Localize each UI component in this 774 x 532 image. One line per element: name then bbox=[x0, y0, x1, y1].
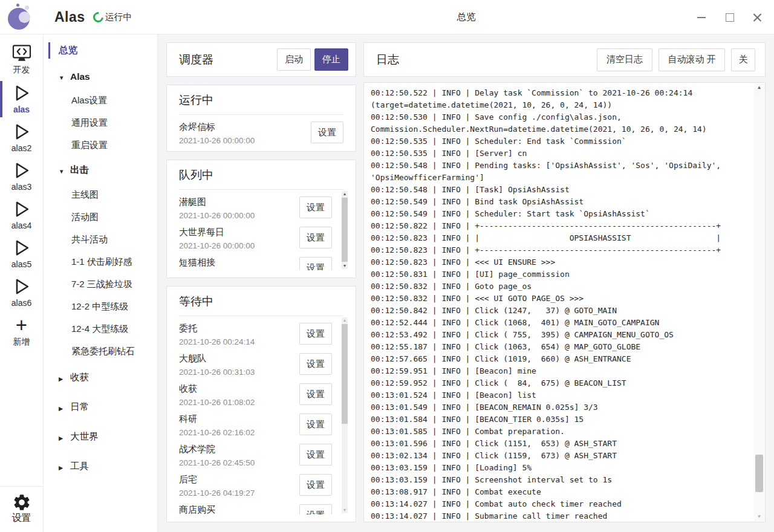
menu-group-header-reward[interactable]: 收获 bbox=[44, 363, 157, 392]
close-button[interactable] bbox=[753, 13, 762, 22]
nav-label: alas bbox=[13, 105, 30, 114]
log-scrollbar[interactable]: ▲ ▼ bbox=[754, 83, 764, 521]
log-line: 00:12:50.548 | INFO | Pending tasks: ['O… bbox=[371, 160, 747, 184]
task-setting-button[interactable]: 设置 bbox=[311, 122, 343, 143]
task-setting-button[interactable]: 设置 bbox=[299, 444, 332, 465]
dev-monitor-icon bbox=[12, 44, 31, 63]
waiting-scrollbar[interactable]: ▲ ▼ bbox=[342, 317, 348, 513]
pending-title: 队列中 bbox=[179, 167, 343, 190]
menu-group-header-sortie[interactable]: 出击 bbox=[44, 157, 157, 184]
task-setting-button[interactable]: 设置 bbox=[299, 504, 332, 514]
log-panel[interactable]: 00:12:50.522 | INFO | Delay task `Commis… bbox=[363, 82, 766, 522]
task-time: 2021-10-26 00:31:03 bbox=[179, 367, 299, 377]
menu-item-12-4[interactable]: 12-4 大型练级 bbox=[44, 318, 157, 340]
status-label: 运行中 bbox=[105, 11, 132, 23]
task-setting-button[interactable]: 设置 bbox=[299, 474, 332, 496]
task-name: 短猫相接 bbox=[179, 256, 299, 268]
scroll-down-icon[interactable]: ▼ bbox=[342, 507, 348, 513]
menu-item-coalition[interactable]: 共斗活动 bbox=[44, 229, 157, 251]
task-setting-button[interactable]: 设置 bbox=[299, 227, 332, 248]
log-line: 00:12:50.535 | INFO | Scheduler: End tas… bbox=[371, 135, 747, 148]
menu-item-overview[interactable]: 总览 bbox=[44, 41, 157, 60]
task-name: 后宅 bbox=[179, 473, 299, 485]
nav-item-alas4[interactable]: alas4 bbox=[0, 196, 44, 235]
clear-log-button[interactable]: 清空日志 bbox=[597, 48, 652, 71]
log-line: 00:12:50.823 | INFO | +-----------------… bbox=[371, 244, 747, 256]
waiting-task-list: 委托 2021-10-26 00:24:14 设置 大舰队 2021-10-26… bbox=[179, 316, 348, 514]
scroll-up-icon[interactable]: ▲ bbox=[342, 191, 348, 197]
task-setting-button[interactable]: 设置 bbox=[299, 383, 332, 405]
task-setting-button[interactable]: 设置 bbox=[299, 257, 332, 270]
log-line: 00:12:55.187 | INFO | Click (1063, 654) … bbox=[371, 341, 747, 353]
nav-label: 开发 bbox=[13, 65, 30, 76]
log-line: 00:13:14.027 | INFO | Combat auto check … bbox=[371, 498, 747, 510]
log-line: 00:12:50.548 | INFO | [Task] OpsiAshAssi… bbox=[371, 184, 747, 196]
menu-item-7-2[interactable]: 7-2 三战捡垃圾 bbox=[44, 273, 157, 296]
waiting-title: 等待中 bbox=[179, 294, 343, 316]
scroll-down-icon[interactable]: ▼ bbox=[342, 263, 348, 269]
running-task-list: 余烬信标 2021-10-26 00:00:00 设置 bbox=[179, 115, 343, 144]
scheduler-start-button[interactable]: 启动 bbox=[277, 48, 311, 71]
maximize-button[interactable] bbox=[725, 13, 734, 22]
nav-item-alas[interactable]: alas bbox=[0, 80, 44, 118]
chevron-down-icon bbox=[59, 71, 65, 82]
minimize-button[interactable] bbox=[697, 13, 706, 22]
autoscroll-off-button[interactable]: 关 bbox=[731, 48, 755, 71]
menu-group-header-daily[interactable]: 日常 bbox=[44, 392, 157, 422]
scroll-up-icon[interactable]: ▲ bbox=[342, 317, 348, 323]
task-time: 2021-10-26 02:16:02 bbox=[179, 427, 299, 438]
menu-group-sortie: 出击 主线图 活动图 共斗活动 1-1 伏击刷好感 7-2 三战捡垃圾 12-2… bbox=[44, 157, 157, 363]
menu-item-main-map[interactable]: 主线图 bbox=[44, 184, 157, 206]
log-header-panel: 日志 清空日志 自动滚动 开 关 bbox=[363, 42, 766, 77]
menu-item-1-1[interactable]: 1-1 伏击刷好感 bbox=[44, 251, 157, 273]
gear-icon bbox=[12, 493, 31, 512]
task-setting-button[interactable]: 设置 bbox=[299, 414, 332, 435]
task-time: 2021-10-26 00:00:00 bbox=[179, 135, 311, 144]
scroll-up-icon[interactable]: ▲ bbox=[754, 83, 764, 92]
scrollbar-thumb[interactable] bbox=[342, 198, 348, 262]
menu-item-general-settings[interactable]: 通用设置 bbox=[44, 112, 157, 134]
autoscroll-on-button[interactable]: 自动滚动 开 bbox=[659, 48, 725, 71]
nav-label: alas6 bbox=[11, 298, 31, 308]
running-panel: 运行中 余烬信标 2021-10-26 00:00:00 设置 bbox=[166, 85, 356, 152]
menu-item-urgent-commission[interactable]: 紧急委托刷钻石 bbox=[44, 340, 157, 363]
nav-item-alas6[interactable]: alas6 bbox=[0, 273, 44, 312]
log-line: 00:13:01.585 | INFO | Combat preparation… bbox=[371, 426, 747, 438]
nav-item-alas3[interactable]: alas3 bbox=[0, 157, 44, 196]
pending-scrollbar[interactable]: ▲ ▼ bbox=[342, 191, 348, 269]
scrollbar-thumb[interactable] bbox=[755, 455, 763, 492]
task-name: 科研 bbox=[179, 413, 299, 425]
scheduler-stop-button[interactable]: 停止 bbox=[314, 48, 348, 71]
nav-item-alas5[interactable]: alas5 bbox=[0, 235, 44, 273]
menu-item-event-map[interactable]: 活动图 bbox=[44, 206, 157, 229]
instance-sidebar: 开发 alas alas2 alas3 bbox=[0, 34, 44, 532]
menu-group-header-alas[interactable]: Alas bbox=[44, 64, 157, 89]
menu-item-12-2[interactable]: 12-2 中型练级 bbox=[44, 296, 157, 318]
nav-item-alas2[interactable]: alas2 bbox=[0, 118, 44, 157]
log-line: 00:12:50.831 | INFO | [UI] page_commissi… bbox=[371, 268, 747, 281]
nav-label: alas5 bbox=[11, 259, 31, 269]
nav-item-add[interactable]: + 新增 bbox=[0, 312, 44, 352]
nav-item-dev[interactable]: 开发 bbox=[0, 40, 44, 80]
nav-item-settings[interactable]: 设置 bbox=[0, 486, 44, 532]
menu-group-label: 工具 bbox=[70, 460, 89, 473]
scrollbar-thumb[interactable] bbox=[342, 324, 348, 424]
task-setting-button[interactable]: 设置 bbox=[299, 353, 332, 375]
running-spinner-icon bbox=[91, 10, 105, 24]
scroll-down-icon[interactable]: ▼ bbox=[754, 513, 764, 521]
play-icon bbox=[12, 122, 31, 141]
task-setting-button[interactable]: 设置 bbox=[299, 196, 332, 218]
task-row: 后宅 2021-10-26 04:19:27 设置 bbox=[179, 467, 332, 498]
pending-task-list: 潜艇图 2021-10-26 00:00:00 设置 大世界每日 2021-10… bbox=[179, 190, 348, 270]
log-line: 00:12:50.822 | INFO | +-----------------… bbox=[371, 220, 747, 232]
menu-group-label: 日常 bbox=[70, 401, 89, 414]
log-line: 00:12:50.549 | INFO | Bind task OpsiAshA… bbox=[371, 196, 747, 208]
menu-item-alas-settings[interactable]: Alas设置 bbox=[44, 89, 157, 112]
nav-label: alas2 bbox=[11, 143, 31, 153]
log-line: 00:13:01.524 | INFO | [Beacon] list bbox=[371, 389, 747, 401]
menu-group-header-opsi[interactable]: 大世界 bbox=[44, 422, 157, 452]
nav-label: 设置 bbox=[12, 512, 31, 525]
task-setting-button[interactable]: 设置 bbox=[299, 323, 332, 345]
menu-group-header-tools[interactable]: 工具 bbox=[44, 452, 157, 481]
menu-item-restart-settings[interactable]: 重启设置 bbox=[44, 134, 157, 157]
